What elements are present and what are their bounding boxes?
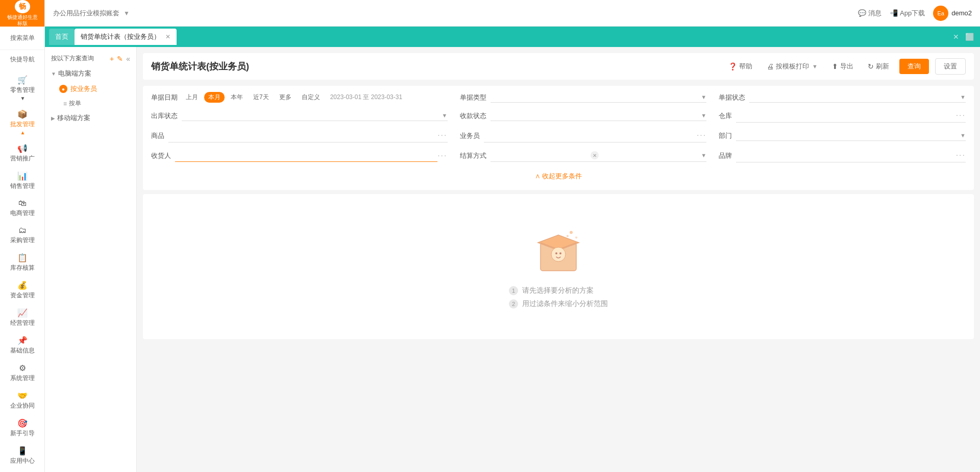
page-content: 按以下方案查询 + ✎ « ▼ 电脑端方案 ● 按业务员 ≡ 按单 (45, 47, 980, 472)
date-tab-7days[interactable]: 近7天 (249, 92, 273, 103)
sidebar-item-wechat[interactable]: 💬 企业微信 (0, 469, 44, 472)
date-tab-this-month[interactable]: 本月 (204, 92, 225, 103)
doc-status-label: 单据状态 (719, 93, 745, 102)
pc-group-label: 电脑端方案 (58, 69, 91, 78)
quick-nav-section[interactable]: 快捷导航 (0, 50, 44, 69)
message-button[interactable]: 💬 消息 (858, 9, 881, 18)
salesperson-select[interactable]: ··· (484, 129, 707, 143)
salesperson-dots: ··· (697, 131, 706, 140)
main-area: 办公用品行业模拟账套 ▼ 💬 消息 📲 App下载 Ea demo2 首页 (45, 0, 980, 472)
receiver-dots[interactable]: ··· (437, 151, 447, 160)
settlement-clear-icon[interactable]: ✕ (591, 151, 599, 159)
left-panel-mobile-header[interactable]: ▶ 移动端方案 (45, 110, 136, 126)
finance-icon: 💰 (17, 280, 28, 290)
product-select[interactable]: ··· (168, 129, 448, 143)
app-download-button[interactable]: 📲 App下载 (890, 9, 925, 18)
date-tab-this-year[interactable]: 本年 (227, 92, 247, 103)
page-actions: ❓ 帮助 🖨 按模板打印 ▼ ⬆ 导出 ↻ 刷新 (724, 58, 966, 75)
marketing-icon: 📢 (17, 144, 28, 153)
svg-point-4 (551, 247, 566, 262)
sidebar-item-retail[interactable]: 🛒 零售管理 ▼ (0, 71, 44, 105)
setting-button[interactable]: 设置 (935, 58, 966, 75)
empty-tip-2: 2 用过滤条件来缩小分析范围 (509, 299, 608, 309)
filter-product: 商品 ··· (151, 129, 448, 143)
sidebar-item-sales[interactable]: 📊 销售管理 (0, 167, 44, 195)
marketing-label: 营销推广 (10, 154, 35, 163)
active-indicator: ● (59, 85, 67, 93)
quick-nav-label[interactable]: 快捷导航 (0, 52, 44, 67)
settlement-select[interactable]: ✕ ▼ (491, 149, 707, 162)
left-panel-add-icon[interactable]: + (110, 55, 114, 63)
collapse-more-button[interactable]: ∧ 收起更多条件 (535, 169, 582, 184)
sidebar-item-finance[interactable]: 💰 资金管理 (0, 276, 44, 304)
export-icon: ⬆ (832, 62, 838, 70)
page-title: 销货单统计表(按业务员) (151, 60, 249, 73)
left-panel-collapse-icon[interactable]: « (126, 55, 130, 63)
department-label: 部门 (719, 131, 732, 140)
tab-sales-report[interactable]: 销货单统计表（按业务员） ✕ (75, 29, 177, 45)
sidebar-item-newbie[interactable]: 🎯 新手引导 (0, 414, 44, 442)
sidebar-item-inventory[interactable]: 📋 库存核算 (0, 249, 44, 276)
department-select[interactable]: ▼ (736, 130, 966, 141)
date-tab-more[interactable]: 更多 (275, 92, 296, 103)
tab-sales-report-label: 销货单统计表（按业务员） (81, 32, 160, 41)
left-panel-order-item[interactable]: ≡ 按单 (45, 97, 136, 110)
doc-status-select[interactable]: ▼ (749, 92, 966, 103)
receive-status-select[interactable]: ▼ (491, 110, 707, 121)
date-tab-last-month[interactable]: 上月 (182, 92, 202, 103)
empty-tip-1: 1 请先选择要分析的方案 (509, 286, 608, 295)
sidebar-group-wholesale[interactable]: 📦 批发管理 ▲ (0, 105, 44, 139)
warehouse-select[interactable]: ··· (736, 109, 966, 123)
system-icon: ⚙ (19, 363, 26, 373)
template-print-button[interactable]: 🖨 按模板打印 ▼ (763, 60, 822, 73)
receiver-input[interactable] (175, 150, 437, 162)
template-dropdown-arrow[interactable]: ▼ (812, 63, 818, 69)
tab-home[interactable]: 首页 (49, 29, 75, 45)
filter-receiver: 收货人 ··· (151, 150, 448, 162)
search-menu-label[interactable]: 搜索菜单 (0, 31, 44, 45)
out-status-select[interactable]: ▼ (182, 110, 448, 121)
left-panel-edit-icon[interactable]: ✎ (117, 55, 123, 63)
tip-text-2: 用过滤条件来缩小分析范围 (522, 299, 608, 309)
breadcrumb-dropdown-icon[interactable]: ▼ (124, 10, 130, 17)
sidebar-item-appstore[interactable]: 📱 应用中心 (0, 442, 44, 469)
left-panel-salesperson-item[interactable]: ● 按业务员 (45, 81, 136, 97)
export-button[interactable]: ⬆ 导出 (828, 60, 857, 73)
user-name-label[interactable]: demo2 (951, 9, 972, 17)
warehouse-label: 仓库 (719, 111, 732, 121)
sidebar-item-marketing[interactable]: 📢 营销推广 (0, 139, 44, 167)
help-button[interactable]: ❓ 帮助 (724, 60, 756, 73)
sales-label: 销售管理 (10, 182, 35, 191)
print-icon: 🖨 (767, 62, 774, 70)
sidebar-group-retail[interactable]: 🛒 零售管理 ▼ (0, 71, 44, 105)
tip-num-2: 2 (509, 299, 518, 309)
doc-type-select[interactable]: ▼ (491, 92, 707, 103)
left-panel-pc-header[interactable]: ▼ 电脑端方案 (45, 66, 136, 81)
brand-select[interactable]: ··· (736, 149, 966, 162)
newbie-icon: 🎯 (17, 418, 28, 428)
sidebar-search-section[interactable]: 搜索菜单 (0, 27, 44, 50)
sidebar-item-wholesale[interactable]: 📦 批发管理 ▲ (0, 105, 44, 139)
sidebar-item-basic[interactable]: 📌 基础信息 (0, 332, 44, 359)
sidebar-item-system[interactable]: ⚙ 系统管理 (0, 359, 44, 387)
sidebar-item-ecommerce[interactable]: 🛍 电商管理 (0, 195, 44, 222)
sidebar-item-enterprise[interactable]: 🤝 企业协同 (0, 387, 44, 414)
refresh-label: 刷新 (876, 62, 889, 71)
left-panel: 按以下方案查询 + ✎ « ▼ 电脑端方案 ● 按业务员 ≡ 按单 (45, 47, 137, 472)
query-button[interactable]: 查询 (899, 59, 929, 74)
tab-close-icon[interactable]: ✕ (165, 33, 170, 40)
tab-maximize-icon[interactable]: ⬜ (965, 33, 974, 41)
salesperson-plan-label: 按业务员 (70, 84, 97, 93)
user-profile[interactable]: Ea demo2 (933, 6, 972, 21)
date-tab-custom[interactable]: 自定义 (298, 92, 324, 103)
retail-label: 零售管理 (10, 86, 35, 95)
sidebar-item-operation[interactable]: 📈 经营管理 (0, 304, 44, 332)
filter-settlement: 结算方式 ✕ ▼ (460, 149, 707, 162)
breadcrumb-text: 办公用品行业模拟账套 (53, 9, 119, 18)
svg-point-2 (575, 237, 577, 239)
tab-close-window-icon[interactable]: ✕ (953, 33, 959, 41)
refresh-button[interactable]: ↻ 刷新 (864, 60, 893, 73)
sidebar-item-purchase[interactable]: 🗂 采购管理 (0, 222, 44, 249)
finance-label: 资金管理 (10, 291, 35, 300)
pc-group-arrow: ▼ (51, 71, 56, 77)
